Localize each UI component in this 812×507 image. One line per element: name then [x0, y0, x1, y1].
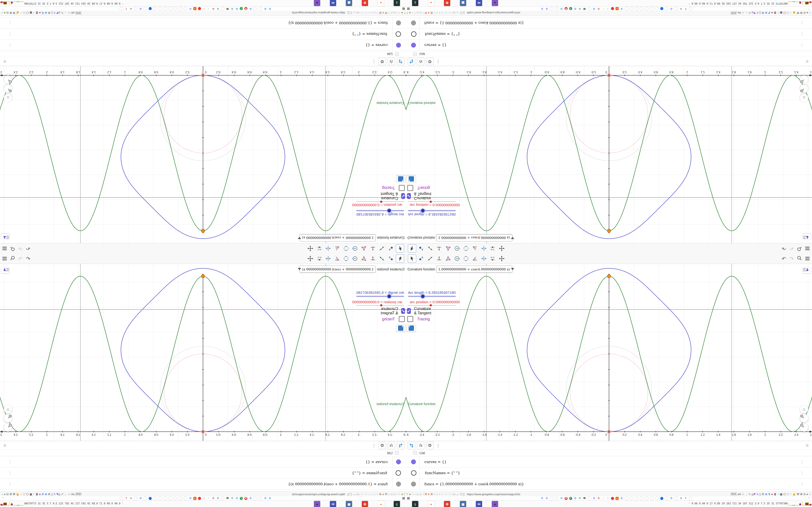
fx-icon[interactable]: fx — [417, 58, 424, 65]
curve-point[interactable] — [607, 229, 611, 232]
search-icon[interactable] — [797, 245, 802, 251]
wrench-ext-icon[interactable]: ⚒ — [797, 11, 799, 15]
gear-icon[interactable]: ⚙ — [761, 492, 764, 496]
record-ext-icon[interactable]: ● — [771, 492, 773, 496]
plus-ext-icon[interactable]: ⊕ — [45, 11, 47, 15]
reader-mode-icon[interactable]: 🗚 — [738, 11, 741, 15]
bookmark-favicon[interactable]: G — [268, 497, 271, 500]
bookmark-favicon[interactable] — [198, 7, 201, 10]
visibility-marble-icon[interactable] — [411, 43, 416, 48]
tools-ext-icon[interactable]: ⚒ — [385, 11, 388, 15]
circle-center-tool-icon[interactable] — [453, 244, 461, 252]
kebab-icon[interactable]: ⋮ — [8, 471, 12, 475]
bookmark-favicon[interactable] — [179, 7, 182, 11]
bookmark-favicon[interactable] — [674, 7, 678, 11]
curvature-tangent-checkbox[interactable]: ✓ — [407, 193, 411, 199]
hamburger-menu-icon[interactable] — [805, 246, 810, 251]
bookmark-favicon[interactable] — [625, 497, 628, 500]
algebra-row[interactable]: curves = {}⋮ — [406, 456, 812, 467]
gear-icon[interactable]: ⚙ — [426, 442, 434, 449]
bookmark-favicon[interactable] — [120, 497, 123, 500]
tiny-dot-icon[interactable]: ○ — [449, 492, 451, 496]
gear-icon[interactable]: ⚙ — [800, 492, 803, 496]
bookmark-favicon[interactable]: ◔ — [602, 497, 605, 500]
avatar-icon[interactable]: ○ — [809, 11, 811, 15]
bookmark-star-icon[interactable]: ☆ — [742, 11, 744, 15]
gear-icon[interactable]: ⚙ — [48, 11, 51, 15]
kebab-icon[interactable]: ⋮ — [8, 460, 12, 464]
bookmark-favicon[interactable]: ◔ — [207, 497, 210, 500]
reader-mode-icon[interactable]: 🗚 — [738, 492, 741, 496]
brush-ext-icon[interactable]: ◤ — [56, 492, 58, 496]
zoom-level-badge[interactable]: 81% — [730, 492, 737, 496]
dropdown-arrow-icon[interactable] — [298, 268, 301, 270]
disabled-ext-icon[interactable]: ● — [436, 492, 438, 496]
undo-icon[interactable]: ↶ — [782, 246, 786, 251]
goto-arrow-icon[interactable]: → — [64, 492, 67, 496]
fx-icon[interactable]: fx — [388, 58, 395, 65]
brush-ext-icon[interactable]: ◤ — [754, 11, 756, 15]
container-ext-icon[interactable]: ▣ — [780, 492, 782, 496]
globe-icon[interactable]: ◔ — [422, 492, 424, 496]
tiny-dot-icon[interactable]: ○ — [361, 492, 363, 496]
phone-ext-icon[interactable]: ▯ — [51, 492, 53, 496]
kebab-icon[interactable]: ⋮ — [436, 59, 440, 64]
bookmark-favicon[interactable]: G — [541, 497, 544, 500]
bookmark-favicon[interactable] — [645, 7, 649, 11]
tree-view-icon[interactable] — [408, 58, 415, 65]
point-tool-icon[interactable]: A — [387, 244, 395, 252]
bookmark-favicon[interactable] — [184, 7, 187, 11]
bookmark-favicon[interactable]: ▲ — [193, 497, 197, 500]
bookmark-favicon[interactable]: ◔ — [207, 7, 210, 10]
goto-arrow-icon[interactable]: → — [745, 492, 748, 496]
avatar-icon[interactable]: ○ — [809, 492, 811, 496]
bookmark-favicon[interactable] — [179, 497, 182, 500]
bookmark-favicon[interactable]: R — [244, 7, 248, 10]
globe-color-ext-icon[interactable]: ◔ — [33, 492, 35, 496]
monitor-app-icon[interactable]: ▣ — [460, 0, 466, 6]
panel-menu-icon[interactable]: ☰ — [806, 60, 809, 63]
bookmark-favicon[interactable]: G — [216, 7, 219, 10]
download-icon[interactable]: ⤓ — [752, 492, 753, 496]
status-dot-icon[interactable]: ● — [4, 492, 6, 496]
arc-length-slider[interactable] — [356, 210, 404, 211]
tiny-dot-icon[interactable]: ◦ — [451, 492, 452, 496]
globe-icon[interactable]: ◔ — [399, 492, 400, 496]
purple-cat-app-icon[interactable]: ● — [492, 0, 498, 6]
arc-length-slider[interactable] — [356, 296, 404, 297]
bookmark-favicon[interactable] — [163, 497, 167, 500]
curvature-formula-input[interactable]: 1.000000000000 + cos(4.000000000000 x) — [300, 234, 375, 241]
headphone-icon[interactable]: ∩ — [391, 11, 393, 15]
red-gear-app-icon[interactable]: ⚙ — [361, 501, 368, 507]
folder-icon[interactable]: ▭ — [356, 11, 359, 15]
globe-icon[interactable]: ◔ — [388, 492, 390, 496]
avatar-icon[interactable]: ○ — [1, 11, 3, 15]
tiny-dot-icon[interactable]: ◦ — [367, 11, 368, 15]
sync-ext-icon[interactable]: ⇅ — [42, 11, 44, 15]
desktop-taskbar[interactable]: ▮●⚙▣64● ⌃0.06 0.00 0.17 0.89 20 263 721 … — [0, 500, 406, 507]
globe-icon[interactable]: ◔ — [399, 11, 400, 15]
folder-icon[interactable]: ▭ — [356, 492, 359, 496]
desktop-taskbar[interactable]: ▮●⚙▣64● ⌃0.06 0.00 0.17 0.89 20 263 721 … — [0, 0, 406, 7]
move-graphics-tool-icon[interactable] — [306, 244, 314, 252]
visibility-marble-icon[interactable] — [411, 482, 416, 487]
tiny-dot-icon[interactable]: ○ — [449, 11, 451, 15]
zoom-level-badge[interactable]: 81% — [75, 492, 82, 496]
arc-position-slider[interactable] — [408, 305, 456, 306]
dropdown-arrow-icon[interactable] — [511, 268, 514, 270]
bookmark-favicon[interactable]: G — [212, 497, 215, 500]
shield-icon[interactable]: ⬡ — [350, 492, 352, 496]
plus-ext-icon[interactable]: ⊕ — [765, 11, 767, 15]
zoom-out-button[interactable] — [800, 424, 808, 432]
redo-icon[interactable]: ↷ — [789, 256, 794, 261]
bookmark-favicon[interactable]: i — [606, 497, 609, 500]
globe-icon[interactable]: ◔ — [434, 11, 436, 15]
bookmark-favicon[interactable]: f — [125, 497, 128, 500]
bookmark-favicon[interactable]: G — [264, 7, 267, 10]
kebab-icon[interactable]: ⋮ — [8, 43, 12, 48]
bookmark-favicon[interactable] — [134, 7, 138, 11]
tiny-dot-icon[interactable]: ○ — [361, 11, 363, 15]
stylebar-toggle-button[interactable] — [802, 233, 811, 240]
kebab-icon[interactable]: ⋮ — [436, 443, 440, 448]
globe-icon[interactable]: ◔ — [422, 11, 424, 15]
